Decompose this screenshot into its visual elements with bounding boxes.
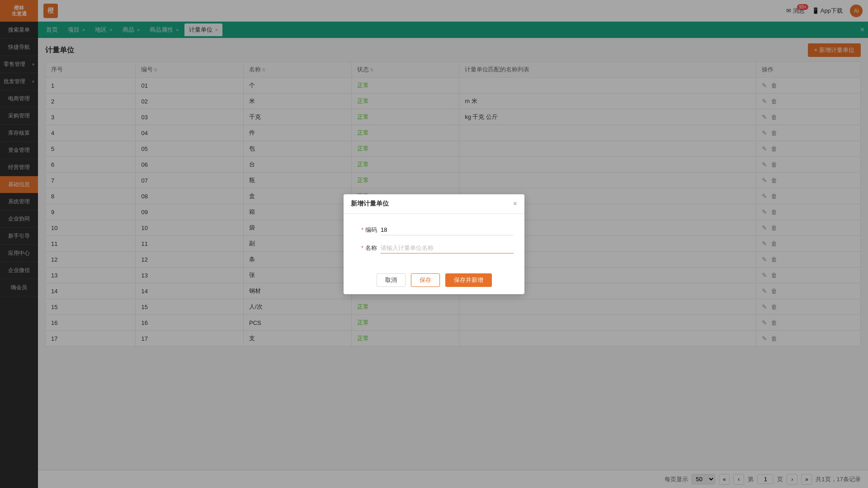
cancel-button[interactable]: 取消 — [377, 273, 406, 287]
modal-close-button[interactable]: × — [513, 200, 517, 208]
code-input[interactable] — [381, 225, 514, 235]
name-required-mark: * — [361, 244, 363, 251]
code-required-mark: * — [361, 226, 363, 233]
modal-header: 新增计量单位 × — [344, 194, 524, 214]
name-input[interactable] — [381, 243, 514, 253]
code-label: *编码 — [354, 226, 377, 234]
modal-body: *编码 *名称 — [344, 214, 524, 268]
save-and-new-button[interactable]: 保存并新增 — [445, 273, 492, 287]
name-form-row: *名称 — [354, 243, 514, 253]
modal-overlay: 新增计量单位 × *编码 *名称 取消 保存 保存并新增 — [0, 0, 868, 488]
code-form-row: *编码 — [354, 225, 514, 235]
modal-title: 新增计量单位 — [351, 200, 389, 208]
modal-dialog: 新增计量单位 × *编码 *名称 取消 保存 保存并新增 — [344, 194, 524, 294]
save-button[interactable]: 保存 — [411, 273, 440, 287]
name-label: *名称 — [354, 244, 377, 252]
modal-footer: 取消 保存 保存并新增 — [344, 268, 524, 294]
